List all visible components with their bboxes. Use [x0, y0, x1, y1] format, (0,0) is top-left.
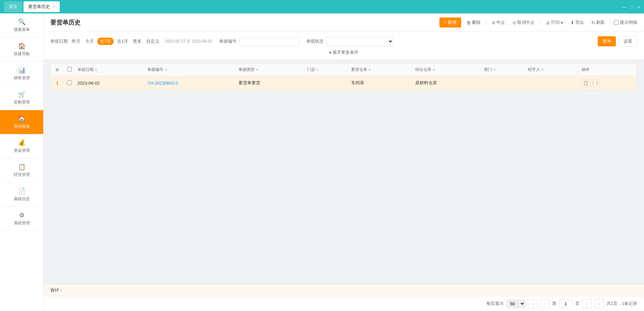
sidebar-item-search-label: 搜索菜单: [14, 27, 30, 33]
row-num: 1: [51, 76, 64, 90]
new-button[interactable]: + 新增: [439, 17, 461, 28]
sidebar-item-purchase-label: 采购管理: [14, 99, 30, 105]
main-layout: 🔍 搜索菜单 🏠 快捷导航 📊 销售管理 🛒 采购管理 🏠 库存核算 💰 资金管…: [0, 13, 644, 311]
sidebar-item-system[interactable]: ⚙ 系统管理: [0, 207, 43, 231]
tab-home[interactable]: 首页: [4, 1, 22, 12]
sidebar-item-quicknav[interactable]: 🏠 快捷导航: [0, 38, 43, 62]
sidebar-item-purchase[interactable]: 🛒 采购管理: [0, 86, 43, 110]
table-header-row: ⚙ 单据日期 ⇅ 单据编号 ⇅: [51, 63, 637, 76]
print-button[interactable]: 🖨 打印 ▾: [544, 18, 565, 27]
delete-button[interactable]: 🗑 删除: [465, 18, 483, 27]
shortcut-7days[interactable]: 近7天: [97, 38, 114, 45]
tab-history[interactable]: 要货单历史 ×: [23, 1, 60, 12]
window-minimize[interactable]: —: [623, 4, 627, 9]
date-label: 单据日期: [50, 38, 68, 44]
sidebar-item-basic-info[interactable]: 📄 基础信息: [0, 183, 43, 207]
cancel-stop-button[interactable]: ⊙ 取消中止: [511, 18, 537, 27]
sort-pending-warehouse-icon[interactable]: ⇅: [432, 68, 435, 72]
last-page-btn[interactable]: »: [594, 299, 604, 308]
delete-icon: 🗑: [467, 20, 471, 25]
date-filter: 单据日期 昨天 今天 近7天 近1月 更多 自定义 2023-05-27 至 2…: [50, 38, 212, 45]
sidebar-item-operations[interactable]: 📋 经营管理: [0, 159, 43, 183]
sidebar-item-finance-label: 资金管理: [14, 148, 30, 153]
expand-filter-button[interactable]: ▾ 展开更多条件: [329, 49, 359, 55]
query-button[interactable]: 查询: [598, 36, 616, 46]
docno-input[interactable]: [239, 37, 300, 46]
divider2: [540, 19, 540, 26]
col-settings[interactable]: ⚙: [51, 63, 64, 76]
action-buttons: 📋 ⋮⋮: [582, 79, 634, 87]
sort-docdate-icon[interactable]: ⇅: [95, 68, 97, 72]
stop-button[interactable]: ⊘ 中止: [490, 18, 507, 27]
col-operation: 操作: [579, 63, 637, 76]
row-actions: 📋 ⋮⋮: [579, 76, 637, 90]
tab-close-icon[interactable]: ×: [53, 4, 55, 9]
sort-handler-icon[interactable]: ⇅: [541, 68, 544, 72]
sales-icon: 📊: [18, 66, 25, 74]
sort-doctype-icon[interactable]: ⇅: [256, 68, 259, 72]
table-wrapper: ⚙ 单据日期 ⇅ 单据编号 ⇅: [50, 63, 637, 90]
sidebar-item-quicknav-label: 快捷导航: [14, 51, 30, 57]
table-area: ⚙ 单据日期 ⇅ 单据编号 ⇅: [44, 60, 644, 284]
col-doctype: 单据类型 ⇅: [236, 63, 305, 76]
inventory-icon: 🏠: [18, 115, 25, 122]
docno-filter: 单据编号: [219, 37, 300, 46]
next-page-btn[interactable]: ›: [582, 299, 592, 308]
first-page-btn[interactable]: «: [528, 299, 537, 308]
view-action-btn[interactable]: 📋: [582, 79, 590, 87]
sidebar-item-inventory-label: 库存核算: [14, 124, 30, 129]
page-number-input[interactable]: [559, 300, 573, 308]
system-icon: ⚙: [19, 212, 24, 219]
sort-docno-icon[interactable]: ⇅: [165, 68, 167, 72]
select-all-checkbox[interactable]: [67, 67, 72, 72]
settings-button[interactable]: 设置: [619, 36, 637, 47]
edit-action-btn[interactable]: ⋮⋮: [591, 79, 599, 87]
search-menu-icon: 🔍: [18, 18, 25, 26]
refresh-icon: ↻: [591, 20, 595, 25]
status-label: 单据状态: [306, 38, 324, 44]
sidebar-item-sales[interactable]: 📊 销售管理: [0, 62, 43, 86]
window-maximize[interactable]: □: [631, 4, 634, 9]
row-department: [481, 76, 525, 90]
shortcut-today[interactable]: 今天: [84, 38, 95, 45]
window-close[interactable]: ×: [637, 4, 640, 9]
row-doctype: 要货单要货: [236, 76, 305, 90]
sidebar-item-system-label: 系统管理: [14, 220, 30, 226]
docno-label: 单据编号: [219, 38, 236, 44]
divider3: [610, 19, 610, 26]
page-size-label: 每页显示: [486, 301, 504, 307]
page-label: 第: [552, 301, 556, 307]
row-checkbox[interactable]: [67, 80, 72, 85]
date-range-text: 2023-05-27 至 2023-06-02: [165, 39, 212, 44]
page-size-select[interactable]: 50 20 100 200: [506, 300, 525, 308]
shortcut-more[interactable]: 更多: [131, 38, 143, 45]
sort-req-warehouse-icon[interactable]: ⇅: [368, 68, 371, 72]
sort-department-icon[interactable]: ⇅: [493, 68, 496, 72]
total-info: 共1页，1条记录: [606, 301, 637, 307]
status-select[interactable]: [326, 37, 393, 46]
show-detail-toggle[interactable]: 显示明细: [614, 19, 637, 26]
col-docdate: 单据日期 ⇅: [74, 63, 145, 76]
row-docno-link[interactable]: YH-20230602-0: [147, 81, 178, 86]
col-checkbox: [64, 63, 74, 76]
shortcut-1month[interactable]: 近1月: [116, 38, 129, 45]
sort-store-icon[interactable]: ⇅: [316, 68, 319, 72]
top-bar: 首页 要货单历史 × — □ ×: [0, 0, 644, 13]
col-req-warehouse: 要货仓库 ⇅: [348, 63, 412, 76]
sidebar: 🔍 搜索菜单 🏠 快捷导航 📊 销售管理 🛒 采购管理 🏠 库存核算 💰 资金管…: [0, 13, 44, 311]
sidebar-item-search[interactable]: 🔍 搜索菜单: [0, 13, 43, 38]
expand-icon: ▾: [329, 50, 331, 55]
pagination: 每页显示 50 20 100 200 « ‹ 第 页 › » 共1页，1条记录: [44, 296, 644, 311]
refresh-button[interactable]: ↻ 刷新: [589, 18, 607, 27]
export-button[interactable]: ⬆ 导出: [569, 18, 586, 27]
top-right-controls: — □ ×: [623, 4, 640, 9]
sidebar-item-finance[interactable]: 💰 资金管理: [0, 134, 43, 159]
shortcut-custom[interactable]: 自定义: [145, 38, 161, 45]
sidebar-item-inventory[interactable]: 🏠 库存核算: [0, 110, 43, 134]
row-req-warehouse: 车间库: [348, 76, 412, 90]
prev-page-btn[interactable]: ‹: [540, 299, 549, 308]
show-detail-checkbox[interactable]: [614, 20, 619, 25]
shortcut-yesterday[interactable]: 昨天: [70, 38, 82, 45]
sidebar-item-sales-label: 销售管理: [14, 75, 30, 81]
summary-bar: 合计：: [44, 284, 644, 296]
